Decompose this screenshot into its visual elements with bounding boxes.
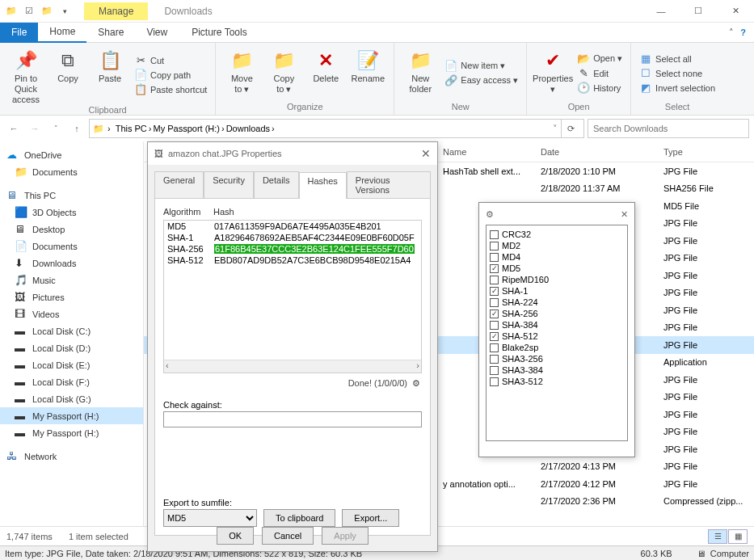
breadcrumb-segment[interactable]: This PC — [114, 124, 149, 133]
properties-button[interactable]: ✔Properties ▾ — [532, 44, 574, 102]
gear-icon[interactable]: ⚙ — [412, 378, 420, 388]
ok-button[interactable]: OK — [217, 527, 254, 545]
rename-button[interactable]: 📝Rename — [347, 44, 389, 102]
minimize-button[interactable]: — — [642, 0, 680, 23]
breadcrumb-segment[interactable]: My Passport (H:) — [151, 124, 221, 133]
breadcrumb-segment[interactable]: Downloads — [225, 124, 272, 133]
manage-tab[interactable]: Manage — [84, 2, 148, 20]
pin-to-quick-access-button[interactable]: 📌Pin to Quick access — [5, 44, 47, 105]
nav-item[interactable]: 📄Documents — [0, 238, 143, 255]
nav-item[interactable]: ▬My Passport (H:) — [0, 407, 143, 424]
qat-dropdown-icon[interactable]: ▾ — [57, 3, 73, 19]
tab-home[interactable]: Home — [38, 23, 86, 43]
nav-item[interactable]: ▬Local Disk (G:) — [0, 390, 143, 407]
nav-documents[interactable]: 📁Documents — [0, 163, 143, 180]
refresh-button[interactable]: ⟳ — [561, 120, 580, 137]
hash-type-checkbox[interactable]: SHA-256 — [490, 308, 624, 319]
dialog-tab[interactable]: Security — [204, 171, 254, 198]
navigation-pane[interactable]: ☁OneDrive 📁Documents 🖥This PC 🟦3D Object… — [0, 141, 144, 537]
nav-item[interactable]: ▬Local Disk (F:) — [0, 373, 143, 390]
edit-button[interactable]: ✎Edit — [577, 67, 622, 79]
history-button[interactable]: 🕑History — [577, 82, 622, 94]
chevron-icon[interactable]: › — [107, 124, 111, 133]
search-input[interactable] — [588, 119, 749, 138]
nav-onedrive[interactable]: ☁OneDrive — [0, 146, 143, 163]
ribbon-collapse-icon[interactable]: ˄ — [729, 27, 734, 38]
copy-to-button[interactable]: 📁Copy to ▾ — [263, 44, 305, 102]
nav-item[interactable]: ▬My Passport (H:) — [0, 424, 143, 441]
tab-share[interactable]: Share — [86, 23, 135, 43]
nav-item[interactable]: ⬇Downloads — [0, 255, 143, 272]
nav-item[interactable]: 🎞Videos — [0, 305, 143, 322]
hash-type-checkbox[interactable]: MD5 — [490, 263, 624, 274]
tab-view[interactable]: View — [135, 23, 179, 43]
open-button[interactable]: 📂Open ▾ — [577, 53, 622, 65]
forward-button[interactable]: → — [26, 120, 44, 137]
col-type[interactable]: Type — [654, 147, 754, 157]
cancel-button[interactable]: Cancel — [262, 527, 314, 545]
hash-row[interactable]: MD5017A611359F9AD6A7E4495A035E4B201 — [164, 221, 421, 232]
copy-path-button[interactable]: 📄Copy path — [134, 69, 207, 81]
dialog-tab[interactable]: Previous Versions — [347, 171, 431, 198]
delete-button[interactable]: ✕Delete — [305, 44, 347, 102]
hash-type-checkbox[interactable]: MD4 — [490, 251, 624, 263]
dialog-close-button[interactable]: ✕ — [421, 147, 431, 160]
cut-button[interactable]: ✂Cut — [134, 54, 207, 66]
hash-type-checkbox[interactable]: SHA-1 — [490, 285, 624, 297]
dialog-tab[interactable]: General — [154, 171, 204, 198]
nav-item[interactable]: ▬Local Disk (D:) — [0, 339, 143, 356]
nav-item[interactable]: 🎵Music — [0, 272, 143, 288]
hash-type-checkbox[interactable]: SHA3-384 — [490, 364, 624, 376]
dialog-tab[interactable]: Hashes — [299, 172, 347, 199]
chevron-icon[interactable]: › — [272, 124, 275, 133]
hash-type-checkbox[interactable]: SHA3-256 — [490, 353, 624, 364]
export-button[interactable]: Export... — [342, 509, 399, 527]
hash-type-checkbox[interactable]: Blake2sp — [490, 342, 624, 353]
details-view-button[interactable]: ☰ — [708, 529, 727, 544]
select-none-button[interactable]: ☐Select none — [639, 67, 715, 79]
select-all-button[interactable]: ▦Select all — [639, 53, 715, 65]
hash-type-checkbox[interactable]: SHA3-512 — [490, 376, 624, 387]
nav-network[interactable]: 🖧Network — [0, 448, 143, 465]
address-dropdown-icon[interactable]: ˅ — [553, 124, 558, 134]
new-item-button[interactable]: 📄New item ▾ — [444, 60, 518, 72]
back-button[interactable]: ← — [5, 120, 23, 137]
maximize-button[interactable]: ☐ — [680, 0, 717, 23]
nav-item[interactable]: ▬Local Disk (E:) — [0, 356, 143, 373]
help-icon[interactable]: ? — [740, 27, 746, 38]
hash-type-checkbox[interactable]: RipeMD160 — [490, 274, 624, 285]
gear-icon[interactable]: ⚙ — [486, 209, 494, 220]
hash-type-checkbox[interactable]: SHA-512 — [490, 331, 624, 342]
qat-checkbox-icon[interactable]: ☑ — [21, 3, 37, 19]
horizontal-scrollbar[interactable]: ‹› — [164, 360, 421, 373]
hash-row[interactable]: SHA-1A182964678692AEB5AF4C2344E09E0BF60D… — [164, 232, 421, 243]
hash-types-list[interactable]: CRC32MD2MD4MD5RipeMD160SHA-1SHA-224SHA-2… — [486, 225, 628, 441]
nav-item[interactable]: 🖼Pictures — [0, 288, 143, 305]
easy-access-button[interactable]: 🔗Easy access ▾ — [444, 74, 518, 86]
address-bar[interactable]: 📁 › This PC›My Passport (H:)›Downloads› … — [89, 119, 584, 138]
hash-row[interactable]: SHA-512EBD807AD9DB52A7C3E6BCB98D9548E021… — [164, 255, 421, 266]
qat-folder-icon[interactable]: 📁 — [39, 3, 55, 19]
col-date[interactable]: Date — [531, 147, 654, 157]
hash-type-checkbox[interactable]: CRC32 — [490, 229, 624, 240]
tab-picture-tools[interactable]: Picture Tools — [180, 23, 258, 43]
export-format-select[interactable]: MD5 — [163, 509, 257, 527]
thumbnails-view-button[interactable]: ▦ — [728, 529, 748, 544]
hash-list[interactable]: MD5017A611359F9AD6A7E4495A035E4B201SHA-1… — [163, 220, 422, 373]
popup-close-button[interactable]: ✕ — [621, 209, 628, 220]
hash-row[interactable]: SHA-25661F86B45E37CCC3E2B63E124C1FEE555F… — [164, 243, 421, 255]
hash-type-checkbox[interactable]: SHA-384 — [490, 319, 624, 331]
recent-dropdown[interactable]: ˅ — [47, 120, 65, 137]
invert-selection-button[interactable]: ◩Invert selection — [639, 82, 715, 94]
nav-this-pc[interactable]: 🖥This PC — [0, 187, 143, 204]
hash-type-checkbox[interactable]: MD2 — [490, 240, 624, 251]
check-against-input[interactable] — [163, 411, 422, 427]
up-button[interactable]: ↑ — [68, 120, 86, 137]
close-button[interactable]: ✕ — [717, 0, 754, 23]
new-folder-button[interactable]: 📁New folder — [399, 44, 441, 102]
paste-button[interactable]: 📋Paste — [89, 44, 131, 105]
move-to-button[interactable]: 📁Move to ▾ — [221, 44, 263, 102]
paste-shortcut-button[interactable]: 📋Paste shortcut — [134, 83, 207, 95]
tab-file[interactable]: File — [0, 23, 38, 43]
apply-button[interactable]: Apply — [322, 527, 369, 545]
